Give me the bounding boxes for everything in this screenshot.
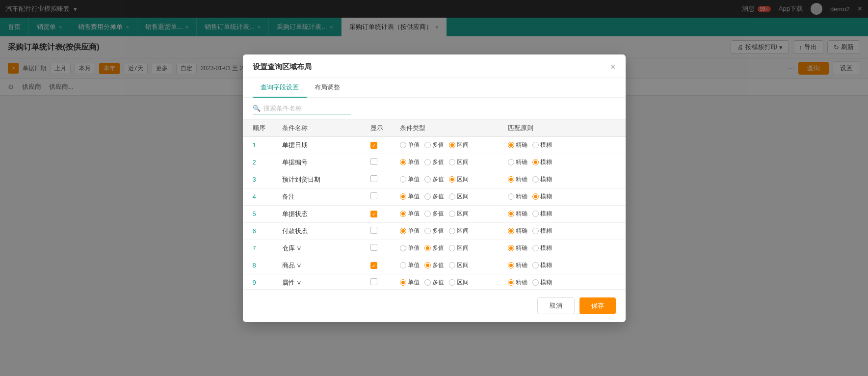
modal-backdrop: 设置查询区域布局 × 查询字段设置 布局调整 🔍 顺序 条件名称 [0,0,868,96]
modal-tab-layout-label: 布局调整 [315,83,340,91]
modal-tabs: 查询字段设置 布局调整 [243,78,626,96]
modal-title: 设置查询区域布局 [253,62,312,72]
modal-dialog: 设置查询区域布局 × 查询字段设置 布局调整 🔍 顺序 条件名称 [243,54,626,96]
modal-tab-layout[interactable]: 布局调整 [307,78,348,96]
modal-header: 设置查询区域布局 × [243,54,626,78]
modal-tab-query-fields[interactable]: 查询字段设置 [253,78,307,96]
modal-close-btn[interactable]: × [610,62,616,71]
modal-tab-query-fields-label: 查询字段设置 [261,83,299,91]
